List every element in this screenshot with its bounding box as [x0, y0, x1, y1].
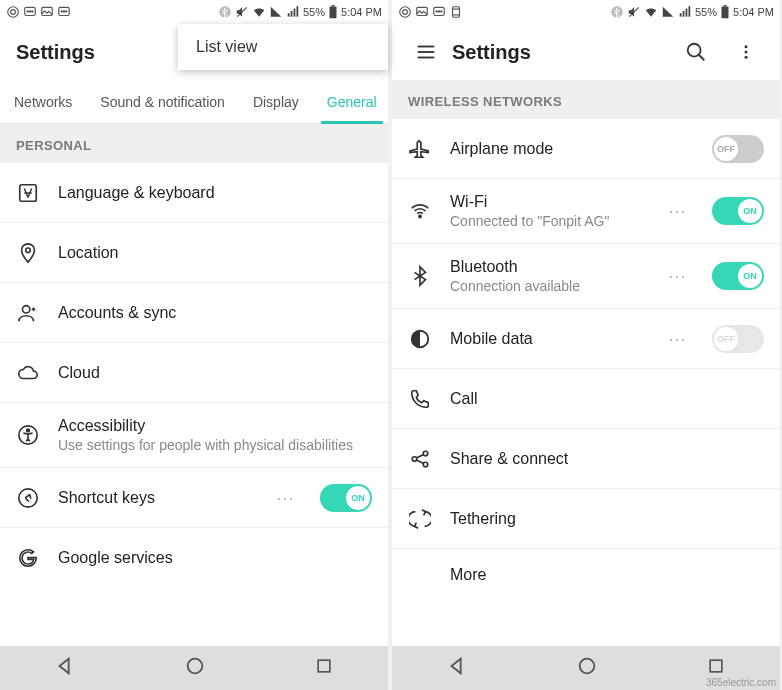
item-sub: Connected to "Fonpit AG": [450, 213, 644, 229]
bluetooth-toggle[interactable]: ON: [712, 262, 764, 290]
item-accessibility[interactable]: Accessibility Use settings for people wi…: [0, 403, 388, 468]
svg-point-49: [688, 44, 701, 57]
overflow-icon[interactable]: [728, 34, 764, 70]
message-icon: [57, 5, 71, 19]
section-wireless: WIRELESS NETWORKS: [392, 80, 780, 119]
signal-bars-icon: [678, 5, 692, 19]
app-bar: Settings: [392, 24, 780, 80]
more-options-icon[interactable]: ⋯: [662, 328, 694, 350]
item-location[interactable]: Location: [0, 223, 388, 283]
svg-point-51: [745, 45, 748, 48]
svg-point-54: [419, 215, 421, 217]
svg-rect-45: [724, 5, 727, 6]
svg-point-60: [580, 659, 595, 674]
item-label: Tethering: [450, 510, 764, 528]
svg-rect-42: [686, 9, 688, 17]
svg-point-3: [27, 11, 28, 12]
item-label: Shortcut keys: [58, 489, 252, 507]
svg-point-33: [438, 11, 439, 12]
svg-point-0: [8, 7, 19, 18]
item-label: Bluetooth: [450, 258, 644, 276]
item-label: Accounts & sync: [58, 304, 372, 322]
tab-sound[interactable]: Sound & notification: [86, 80, 239, 123]
svg-point-24: [27, 429, 30, 432]
svg-point-8: [61, 11, 62, 12]
location-icon: [16, 241, 40, 265]
item-tethering[interactable]: Tethering: [392, 489, 780, 549]
home-button[interactable]: [184, 655, 206, 681]
tab-general[interactable]: General: [313, 80, 391, 123]
svg-rect-44: [722, 6, 729, 18]
back-button[interactable]: [446, 655, 468, 681]
wifi-toggle[interactable]: ON: [712, 197, 764, 225]
item-call[interactable]: Call: [392, 369, 780, 429]
menu-icon[interactable]: [408, 34, 444, 70]
more-options-icon[interactable]: ⋯: [662, 200, 694, 222]
tethering-icon: [408, 507, 432, 531]
statusbar-icon: [6, 5, 20, 19]
svg-rect-13: [288, 13, 290, 17]
svg-rect-15: [294, 9, 296, 17]
item-label: Language & keyboard: [58, 184, 372, 202]
menu-item-list-view[interactable]: List view: [196, 38, 257, 55]
bluetooth-status-icon: [610, 5, 624, 19]
svg-point-52: [745, 51, 748, 54]
shortcut-keys-toggle[interactable]: ON: [320, 484, 372, 512]
battery-pct: 55%: [695, 6, 717, 18]
item-label: Accessibility: [58, 417, 372, 435]
cloud-icon: [16, 361, 40, 385]
svg-rect-35: [453, 7, 460, 18]
item-share-connect[interactable]: Share & connect: [392, 429, 780, 489]
shortcut-icon: [16, 486, 40, 510]
airplane-toggle[interactable]: OFF: [712, 135, 764, 163]
item-wifi[interactable]: Wi-Fi Connected to "Fonpit AG" ⋯ ON: [392, 179, 780, 244]
item-accounts-sync[interactable]: Accounts & sync: [0, 283, 388, 343]
svg-point-53: [745, 56, 748, 59]
svg-point-25: [19, 488, 37, 506]
item-label: More: [450, 566, 764, 584]
item-airplane-mode[interactable]: Airplane mode OFF: [392, 119, 780, 179]
battery-icon: [328, 5, 338, 19]
image-icon: [415, 5, 429, 19]
item-label: Mobile data: [450, 330, 644, 348]
item-mobile-data[interactable]: Mobile data ⋯ OFF: [392, 309, 780, 369]
svg-point-1: [11, 10, 16, 15]
back-button[interactable]: [54, 655, 76, 681]
home-button[interactable]: [576, 655, 598, 681]
more-options-icon[interactable]: ⋯: [270, 487, 302, 509]
message-icon: [23, 5, 37, 19]
mute-icon: [235, 5, 249, 19]
svg-rect-18: [332, 5, 335, 6]
svg-point-22: [23, 305, 30, 312]
svg-point-34: [441, 11, 442, 12]
view-menu-popup[interactable]: List view: [178, 24, 388, 70]
item-label: Share & connect: [450, 450, 764, 468]
svg-rect-61: [710, 660, 722, 672]
svg-rect-16: [297, 6, 299, 17]
wifi-icon: [408, 199, 432, 223]
search-icon[interactable]: [678, 34, 714, 70]
item-language-keyboard[interactable]: Language & keyboard: [0, 163, 388, 223]
nav-bar: [0, 646, 388, 690]
svg-point-5: [32, 11, 33, 12]
bluetooth-status-icon: [218, 5, 232, 19]
item-bluetooth[interactable]: Bluetooth Connection available ⋯ ON: [392, 244, 780, 309]
item-cloud[interactable]: Cloud: [0, 343, 388, 403]
recent-button[interactable]: [314, 656, 334, 680]
airplane-icon: [408, 137, 432, 161]
mobile-data-toggle[interactable]: OFF: [712, 325, 764, 353]
item-google-services[interactable]: Google services: [0, 528, 388, 588]
tab-display[interactable]: Display: [239, 80, 313, 123]
statusbar-icon: [398, 5, 412, 19]
item-shortcut-keys[interactable]: Shortcut keys ⋯ ON: [0, 468, 388, 528]
app-icon: [449, 5, 463, 19]
clock: 5:04 PM: [733, 6, 774, 18]
item-label: Location: [58, 244, 372, 262]
svg-rect-14: [291, 11, 293, 17]
item-sub: Use settings for people with physical di…: [58, 437, 372, 453]
watermark: 365electric.com: [706, 677, 776, 688]
svg-point-26: [188, 659, 203, 674]
more-options-icon[interactable]: ⋯: [662, 265, 694, 287]
item-more[interactable]: More: [392, 549, 780, 587]
tab-networks[interactable]: Networks: [0, 80, 86, 123]
